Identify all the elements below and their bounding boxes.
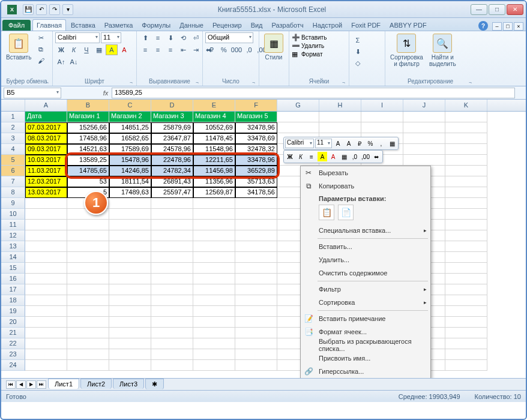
empty-cell[interactable] — [151, 306, 193, 317]
empty-cell[interactable] — [235, 220, 277, 230]
ctx-clear[interactable]: Очистить содержимое — [301, 266, 430, 280]
ctx-dropdown[interactable]: Выбрать из раскрывающегося списка... — [301, 338, 430, 352]
align-center-icon[interactable]: ≡ — [152, 44, 164, 55]
grow-font-icon[interactable]: A↑ — [55, 56, 67, 67]
empty-cell[interactable] — [235, 360, 277, 371]
col-header[interactable]: J — [403, 100, 445, 111]
data-cell[interactable]: 53 — [67, 176, 109, 187]
mini-font-combo[interactable]: Calibri — [285, 139, 314, 148]
data-cell[interactable]: 24578,96 — [151, 144, 193, 155]
ctx-cut[interactable]: ✂Вырезать — [301, 166, 430, 179]
empty-cell[interactable] — [445, 328, 487, 338]
empty-cell[interactable] — [67, 328, 109, 338]
data-cell[interactable]: 34178,56 — [235, 187, 277, 198]
empty-cell[interactable] — [235, 328, 277, 338]
tab-foxit[interactable]: Foxit PDF — [347, 19, 385, 31]
empty-cell[interactable] — [193, 338, 235, 349]
empty-cell[interactable] — [235, 230, 277, 241]
empty-cell[interactable] — [193, 284, 235, 295]
row-header[interactable]: 4 — [1, 144, 25, 155]
row-header[interactable]: 3 — [1, 133, 25, 144]
sheet-nav-prev[interactable]: ◀ — [16, 380, 26, 389]
empty-cell[interactable] — [151, 317, 193, 328]
empty-cell[interactable] — [25, 274, 67, 284]
empty-cell[interactable] — [109, 328, 151, 338]
date-cell[interactable]: 12.03.2017 — [25, 176, 67, 187]
empty-cell[interactable] — [445, 187, 487, 198]
empty-cell[interactable] — [193, 230, 235, 241]
empty-cell[interactable] — [25, 306, 67, 317]
empty-cell[interactable] — [403, 144, 445, 155]
data-cell[interactable]: 13589,25 — [67, 155, 109, 166]
data-cell[interactable]: 18111,54 — [109, 176, 151, 187]
indent-inc-icon[interactable]: ⇥ — [190, 44, 202, 55]
empty-cell[interactable] — [109, 274, 151, 284]
sheet-tab-2[interactable]: Лист2 — [80, 379, 112, 389]
empty-cell[interactable] — [445, 230, 487, 241]
minimize-button[interactable]: — — [471, 4, 487, 15]
empty-cell[interactable] — [67, 274, 109, 284]
formula-input[interactable]: 13589,25 — [112, 88, 515, 98]
data-cell[interactable]: 14521,63 — [67, 144, 109, 155]
data-cell[interactable]: 11478,45 — [193, 133, 235, 144]
empty-cell[interactable] — [403, 122, 445, 133]
row-header[interactable]: 15 — [1, 263, 25, 274]
row-header[interactable]: 1 — [1, 112, 25, 122]
empty-cell[interactable] — [445, 306, 487, 317]
empty-cell[interactable] — [67, 306, 109, 317]
empty-cell[interactable] — [109, 349, 151, 360]
inc-decimal-icon[interactable]: ,0 — [243, 44, 255, 55]
empty-cell[interactable] — [25, 220, 67, 230]
empty-cell[interactable] — [193, 349, 235, 360]
empty-cell[interactable] — [25, 198, 67, 209]
align-middle-icon[interactable]: ≡ — [152, 32, 164, 43]
mini-align-icon[interactable]: ≡ — [307, 152, 316, 161]
empty-cell[interactable] — [25, 338, 67, 349]
empty-cell[interactable] — [277, 112, 319, 122]
maximize-button[interactable]: □ — [489, 4, 505, 15]
empty-cell[interactable] — [151, 295, 193, 306]
paste-option-2-icon[interactable]: 📄 — [338, 205, 354, 220]
row-header[interactable]: 21 — [1, 328, 25, 338]
row-header[interactable]: 2 — [1, 122, 25, 133]
select-all-corner[interactable] — [1, 100, 25, 111]
align-bottom-icon[interactable]: ⬇ — [164, 32, 176, 43]
close-button[interactable]: ✕ — [507, 4, 523, 15]
data-cell[interactable]: 10552,69 — [193, 122, 235, 133]
paste-button[interactable]: 📋 Вставить — [4, 32, 34, 62]
empty-cell[interactable] — [109, 230, 151, 241]
border-button[interactable]: ▦ — [93, 44, 105, 55]
empty-cell[interactable] — [403, 112, 445, 122]
col-header[interactable]: F — [235, 100, 277, 111]
data-cell[interactable]: 35713,63 — [235, 176, 277, 187]
empty-cell[interactable] — [235, 252, 277, 263]
file-tab[interactable]: Файл — [2, 20, 31, 31]
empty-cell[interactable] — [445, 220, 487, 230]
empty-cell[interactable] — [67, 295, 109, 306]
empty-cell[interactable] — [25, 317, 67, 328]
empty-cell[interactable] — [445, 209, 487, 220]
ctx-paste-special[interactable]: Специальная вставка... — [301, 224, 430, 237]
spreadsheet-grid[interactable]: A B C D E F G H I J K 1ДатаМагазин 1Мага… — [1, 100, 526, 378]
empty-cell[interactable] — [445, 133, 487, 144]
empty-cell[interactable] — [445, 274, 487, 284]
mini-border2-icon[interactable]: ▦ — [339, 152, 349, 161]
empty-cell[interactable] — [445, 241, 487, 252]
row-header[interactable]: 6 — [1, 166, 25, 176]
data-cell[interactable]: 33478,96 — [235, 155, 277, 166]
empty-cell[interactable] — [109, 338, 151, 349]
sheet-tab-3[interactable]: Лист3 — [113, 379, 144, 389]
empty-cell[interactable] — [67, 252, 109, 263]
col-header[interactable]: H — [319, 100, 361, 111]
mini-percent-icon[interactable]: % — [366, 139, 375, 148]
date-cell[interactable]: 11.03.2017 — [25, 166, 67, 176]
align-top-icon[interactable]: ⬆ — [139, 32, 151, 43]
ctx-hyperlink[interactable]: 🔗Гиперссылка... — [301, 365, 430, 378]
data-cell[interactable]: 25879,69 — [151, 122, 193, 133]
mini-italic-icon[interactable]: К — [296, 152, 306, 161]
empty-cell[interactable] — [109, 360, 151, 371]
copy-icon[interactable]: ⧉ — [35, 44, 47, 55]
empty-cell[interactable] — [151, 252, 193, 263]
ctx-filter[interactable]: Фильтр — [301, 283, 430, 296]
empty-cell[interactable] — [445, 122, 487, 133]
